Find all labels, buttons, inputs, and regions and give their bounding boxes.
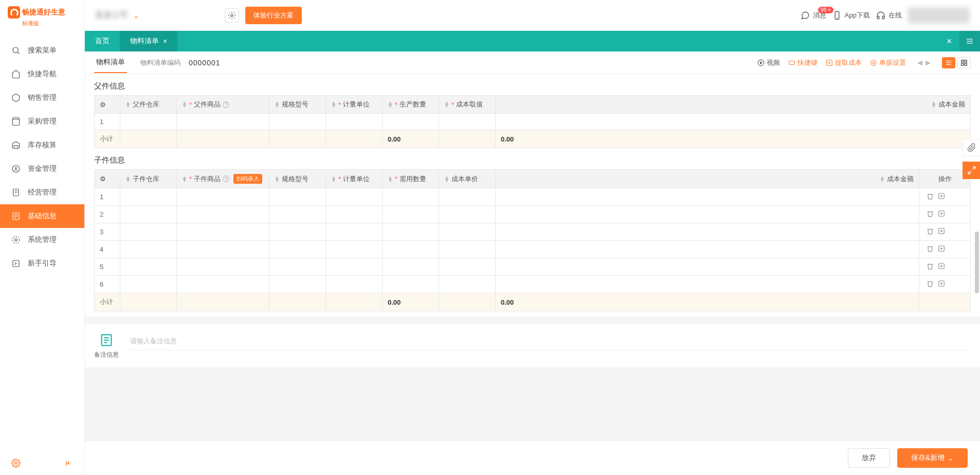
table-row[interactable]: 2 <box>95 206 971 223</box>
child-th-warehouse[interactable]: ▲▼子件仓库 <box>120 170 177 188</box>
tab-bom[interactable]: 物料清单 × <box>120 31 177 51</box>
sidebar-item-2[interactable]: 销售管理 <box>0 86 84 110</box>
table-row[interactable]: 6 <box>95 276 971 293</box>
svg-rect-32 <box>961 60 964 62</box>
table-row[interactable]: 1 <box>95 188 971 206</box>
close-icon[interactable]: × <box>163 37 167 45</box>
app-download-label: App下载 <box>845 11 870 20</box>
child-th-unitcost[interactable]: ▲▼成本单价 <box>439 170 496 188</box>
tabbar-menu[interactable] <box>959 31 980 51</box>
sidebar-item-1[interactable]: 快捷导航 <box>0 62 84 86</box>
sidebar-item-5[interactable]: 资金管理 <box>0 157 84 181</box>
messages-button[interactable]: 消息 99 + <box>801 11 826 20</box>
child-panel: 子件信息 ⚙ ▲▼子件仓库 ▲▼*子件商品?扫码录入 ▲▼规格型号 ▲▼*计量单… <box>85 153 980 316</box>
doc-settings-link[interactable]: 单据设置 <box>870 58 906 67</box>
svg-rect-16 <box>66 461 67 466</box>
user-avatar[interactable] <box>908 7 970 24</box>
tab-home[interactable]: 首页 <box>85 31 120 51</box>
home-icon <box>11 69 21 79</box>
online-support-button[interactable]: 在线 <box>876 11 902 20</box>
sidebar-item-6[interactable]: 经营管理 <box>0 181 84 204</box>
delete-row[interactable] <box>927 227 934 235</box>
svg-rect-3 <box>14 146 18 149</box>
svg-rect-34 <box>961 63 964 65</box>
brand-logo: 畅捷通好生意 标准版 <box>0 0 84 33</box>
add-row[interactable] <box>938 262 945 270</box>
sidebar-item-9[interactable]: 新手引导 <box>0 252 84 275</box>
svg-point-12 <box>12 236 20 243</box>
sidebar-item-4[interactable]: 库存核算 <box>0 133 84 157</box>
video-link[interactable]: 视频 <box>757 58 780 67</box>
view-grid[interactable] <box>957 57 971 68</box>
help-icon[interactable]: ? <box>223 175 229 182</box>
app-download-button[interactable]: App下载 <box>832 11 870 20</box>
svg-point-13 <box>15 239 17 241</box>
sidebar-item-label: 采购管理 <box>28 117 57 126</box>
parent-th-unit[interactable]: ▲▼*计量单位 <box>326 96 383 114</box>
svg-point-28 <box>871 60 877 65</box>
parent-th-warehouse[interactable]: ▲▼父件仓库 <box>120 96 177 114</box>
child-th-unit[interactable]: ▲▼*计量单位 <box>326 170 383 188</box>
attachment-button[interactable] <box>963 139 980 156</box>
sidebar-item-label: 基础信息 <box>28 212 57 221</box>
child-gear[interactable]: ⚙ <box>95 170 120 188</box>
guide-icon <box>11 259 21 268</box>
delete-row[interactable] <box>927 245 934 252</box>
scan-badge[interactable]: 扫码录入 <box>233 174 262 184</box>
sidebar-item-0[interactable]: 搜索菜单 <box>0 39 84 62</box>
table-row[interactable]: 5 <box>95 258 971 276</box>
sidebar-item-7[interactable]: 基础信息 <box>0 204 84 228</box>
company-selector[interactable]: 某某公司 ⌄ <box>95 10 219 21</box>
settings-icon[interactable] <box>11 459 21 468</box>
sub-tab-bom[interactable]: 物料清单 <box>94 52 127 73</box>
sidebar-footer <box>0 451 84 475</box>
sidebar-item-3[interactable]: 采购管理 <box>0 110 84 133</box>
svg-point-27 <box>873 62 875 64</box>
expand-button[interactable] <box>963 162 980 179</box>
table-row[interactable]: 1 <box>95 114 971 130</box>
child-th-qty[interactable]: ▲▼*需用数量 <box>383 170 439 188</box>
svg-rect-18 <box>835 11 839 19</box>
bag-icon <box>11 117 21 126</box>
prev-doc[interactable]: ◀ <box>917 59 922 66</box>
child-th-product[interactable]: ▲▼*子件商品?扫码录入 <box>177 170 269 188</box>
next-doc[interactable]: ▶ <box>925 59 931 66</box>
delete-row[interactable] <box>927 280 934 287</box>
shortcut-link[interactable]: 快捷键 <box>788 58 818 67</box>
extract-cost-link[interactable]: 提取成本 <box>826 58 862 67</box>
tabbar: 首页 物料清单 × × <box>85 31 980 51</box>
bom-code-label: 物料清单编码 <box>140 58 180 67</box>
collapse-icon[interactable] <box>64 459 73 468</box>
add-row[interactable] <box>938 210 945 217</box>
discard-button[interactable]: 放弃 <box>848 448 890 468</box>
parent-th-costmethod[interactable]: ▲▼*成本取值 <box>439 96 496 114</box>
floating-toolbar <box>963 139 980 179</box>
brand-name: 畅捷通好生意 <box>22 8 65 17</box>
child-th-spec[interactable]: ▲▼规格型号 <box>269 170 326 188</box>
save-new-button[interactable]: 保存&新增 ⌄ <box>897 448 968 468</box>
remarks-input[interactable] <box>128 332 971 350</box>
delete-row[interactable] <box>927 192 934 200</box>
child-th-cost[interactable]: ▲▼成本金额 <box>496 170 919 188</box>
view-list[interactable] <box>942 57 955 68</box>
sidebar-item-8[interactable]: 系统管理 <box>0 228 84 252</box>
table-row[interactable]: 4 <box>95 241 971 258</box>
sidebar-nav: 搜索菜单快捷导航销售管理采购管理库存核算资金管理经营管理基础信息系统管理新手引导 <box>0 33 84 451</box>
scrollbar[interactable] <box>975 232 979 293</box>
table-row[interactable]: 3 <box>95 223 971 241</box>
delete-row[interactable] <box>927 210 934 217</box>
parent-gear[interactable]: ⚙ <box>95 96 120 114</box>
parent-th-spec[interactable]: ▲▼规格型号 <box>269 96 326 114</box>
add-row[interactable] <box>938 280 945 287</box>
delete-row[interactable] <box>927 262 934 270</box>
company-settings-button[interactable] <box>225 8 239 23</box>
parent-th-product[interactable]: ▲▼*父件商品? <box>177 96 269 114</box>
parent-th-qty[interactable]: ▲▼*生产数量 <box>383 96 439 114</box>
industry-cta-button[interactable]: 体验行业方案 <box>245 7 302 24</box>
add-row[interactable] <box>938 192 945 200</box>
help-icon[interactable]: ? <box>223 101 229 108</box>
add-row[interactable] <box>938 227 945 235</box>
add-row[interactable] <box>938 245 945 252</box>
tabbar-close-all[interactable]: × <box>939 31 959 51</box>
parent-th-cost[interactable]: ▲▼成本金额 <box>496 96 971 114</box>
